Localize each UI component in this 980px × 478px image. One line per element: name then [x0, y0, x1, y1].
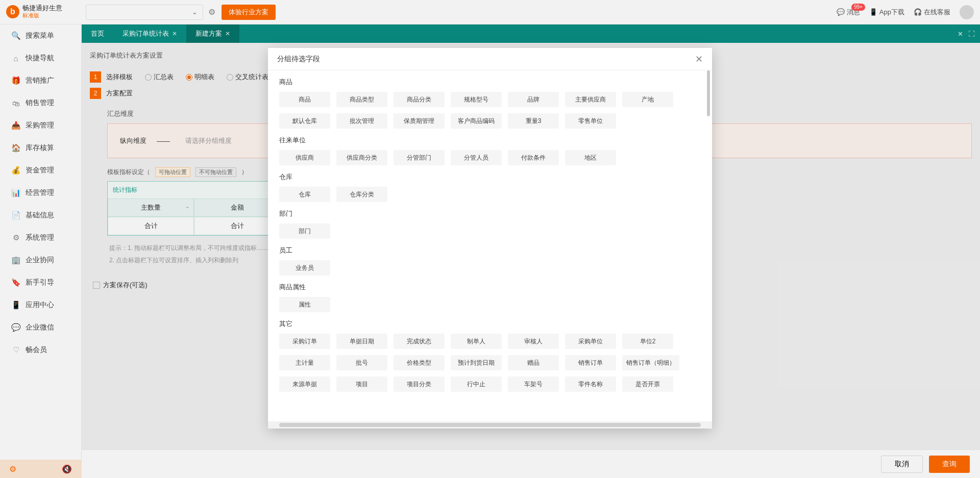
field-chip[interactable]: 赠品 [508, 355, 559, 370]
field-chip[interactable]: 价格类型 [394, 355, 445, 370]
field-chip[interactable]: 完成状态 [394, 334, 445, 349]
field-chip[interactable]: 商品类型 [336, 92, 387, 107]
group-title: 商品属性 [279, 283, 701, 292]
group-field-modal: 分组待选字段 ✕ 商品商品商品类型商品分类规格型号品牌主要供应商产地默认仓库批次… [268, 48, 712, 429]
field-chip[interactable]: 业务员 [279, 260, 330, 275]
field-chip[interactable]: 地区 [565, 150, 616, 165]
field-chip[interactable]: 主计量 [279, 355, 330, 370]
field-chip[interactable]: 销售订单（明细） [622, 355, 679, 370]
field-chip[interactable]: 付款条件 [508, 150, 559, 165]
group-title: 部门 [279, 209, 701, 218]
field-chip[interactable]: 供应商 [279, 150, 330, 165]
group-title: 仓库 [279, 172, 701, 182]
group-title: 员工 [279, 246, 701, 255]
modal-title: 分组待选字段 [277, 55, 320, 64]
field-chip[interactable]: 零件名称 [565, 376, 616, 392]
field-chip[interactable]: 批号 [336, 355, 387, 370]
field-chip[interactable]: 规格型号 [451, 92, 502, 107]
field-chip[interactable]: 仓库分类 [336, 187, 387, 202]
field-chip[interactable]: 来源单据 [279, 376, 330, 392]
field-chip[interactable]: 默认仓库 [279, 113, 330, 129]
field-chip[interactable]: 产地 [622, 92, 673, 107]
group-title: 商品 [279, 78, 701, 87]
group-title: 其它 [279, 319, 701, 329]
field-chip[interactable]: 项目 [336, 376, 387, 392]
field-chip[interactable]: 重量3 [508, 113, 559, 129]
field-chip[interactable]: 采购单位 [565, 334, 616, 349]
field-chip[interactable]: 商品 [279, 92, 330, 107]
field-chip[interactable]: 车架号 [508, 376, 559, 392]
field-chip[interactable]: 分管部门 [394, 150, 445, 165]
field-chip[interactable]: 销售订单 [565, 355, 616, 370]
field-chip[interactable]: 商品分类 [394, 92, 445, 107]
field-chip[interactable]: 属性 [279, 297, 330, 312]
field-chip[interactable]: 主要供应商 [565, 92, 616, 107]
field-group: 仓库仓库仓库分类 [279, 172, 701, 202]
field-chip[interactable]: 项目分类 [394, 376, 445, 392]
field-chip[interactable]: 批次管理 [336, 113, 387, 129]
field-chip[interactable]: 分管人员 [451, 150, 502, 165]
group-title: 往来单位 [279, 136, 701, 145]
field-chip[interactable]: 零售单位 [565, 113, 616, 129]
field-chip[interactable]: 保质期管理 [394, 113, 445, 129]
field-chip[interactable]: 制单人 [451, 334, 502, 349]
field-group: 商品属性属性 [279, 283, 701, 312]
modal-h-scrollbar[interactable] [268, 421, 712, 429]
field-chip[interactable]: 客户商品编码 [451, 113, 502, 129]
field-chip[interactable]: 审核人 [508, 334, 559, 349]
field-group: 部门部门 [279, 209, 701, 239]
field-group: 商品商品商品类型商品分类规格型号品牌主要供应商产地默认仓库批次管理保质期管理客户… [279, 78, 701, 129]
field-chip[interactable]: 采购订单 [279, 334, 330, 349]
field-chip[interactable]: 行中止 [451, 376, 502, 392]
field-group: 员工业务员 [279, 246, 701, 275]
modal-body: 商品商品商品类型商品分类规格型号品牌主要供应商产地默认仓库批次管理保质期管理客户… [268, 70, 712, 421]
field-chip[interactable]: 部门 [279, 223, 330, 239]
field-group: 其它采购订单单据日期完成状态制单人审核人采购单位单位2主计量批号价格类型预计到货… [279, 319, 701, 392]
field-chip[interactable]: 单位2 [622, 334, 673, 349]
field-chip[interactable]: 品牌 [508, 92, 559, 107]
modal-v-scrollbar[interactable] [706, 70, 711, 421]
field-chip[interactable]: 是否开票 [622, 376, 673, 392]
field-group: 往来单位供应商供应商分类分管部门分管人员付款条件地区 [279, 136, 701, 165]
field-chip[interactable]: 预计到货日期 [451, 355, 502, 370]
field-chip[interactable]: 供应商分类 [336, 150, 387, 165]
field-chip[interactable]: 仓库 [279, 187, 330, 202]
modal-close-button[interactable]: ✕ [695, 54, 703, 65]
field-chip[interactable]: 单据日期 [336, 334, 387, 349]
